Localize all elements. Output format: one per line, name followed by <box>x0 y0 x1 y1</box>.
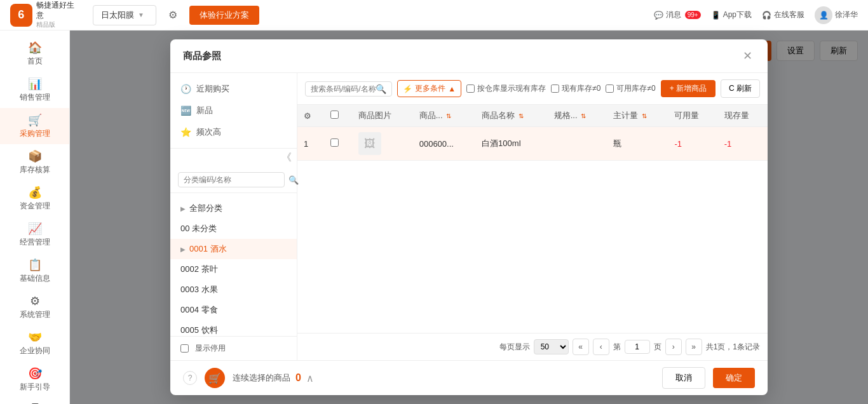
online-service-item[interactable]: 🎧 在线客服 <box>762 10 804 20</box>
help-button[interactable]: ? <box>183 371 197 385</box>
right-toolbar: 🔍 ⚡ 更多条件 ▲ 按仓库显示现有库存 <box>297 73 768 105</box>
table-refresh-button[interactable]: C 刷新 <box>721 79 760 98</box>
th-stock: 现存量 <box>718 105 768 127</box>
footer-collapse-icon[interactable]: ∧ <box>306 372 314 384</box>
collapse-button[interactable]: 《 <box>170 149 297 167</box>
sidebar-item-collab[interactable]: 🤝 企业协同 <box>0 325 69 361</box>
th-unit-label: 主计量 <box>613 111 638 120</box>
sidebar-label-guide: 新手引导 <box>20 382 50 393</box>
modal-close-button[interactable]: ✕ <box>740 48 755 64</box>
sort-unit-icon[interactable]: ⇅ <box>642 112 647 119</box>
gear-icon[interactable]: ⚙ <box>304 111 311 121</box>
nav-item-recent[interactable]: 🕐 近期购买 <box>170 78 297 100</box>
sidebar-item-finance[interactable]: 💰 资金管理 <box>0 180 69 217</box>
th-code-label: 商品... <box>419 111 443 120</box>
tree-item-0002[interactable]: 0002 茶叶 <box>170 259 297 279</box>
pagination: 每页显示 50 10 20 100 « ‹ <box>297 333 768 360</box>
last-page-button[interactable]: » <box>686 339 702 355</box>
warehouse-checkbox[interactable] <box>466 84 475 93</box>
prev-page-button[interactable]: ‹ <box>593 339 609 355</box>
td-unit: 瓶 <box>607 127 668 161</box>
warehouse-label: 按仓库显示现有库存 <box>477 83 546 94</box>
th-available: 可用量 <box>668 105 717 127</box>
user-item[interactable]: 👤 徐泽华 <box>815 6 858 24</box>
continuous-label: 连续选择的商品 <box>233 372 290 384</box>
sidebar-item-purchase[interactable]: 🛒 采购管理 <box>0 108 69 144</box>
logo: 6 畅捷通好生意 精品版 <box>10 1 80 29</box>
add-product-button[interactable]: + 新增商品 <box>661 80 715 97</box>
nav-item-frequent[interactable]: ⭐ 频次高 <box>170 121 297 143</box>
tree-item-0004[interactable]: 0004 零食 <box>170 300 297 320</box>
sidebar-label-home: 首页 <box>27 56 43 67</box>
first-page-button[interactable]: « <box>573 339 589 355</box>
checkbox-stock-nonzero[interactable]: 现有库存≠0 <box>551 83 600 94</box>
sidebar-item-system[interactable]: ⚙ 系统管理 <box>0 289 69 325</box>
tree-item-0001[interactable]: ▶ 0001 酒水 <box>170 239 297 259</box>
th-image: 商品图片 <box>352 105 412 127</box>
trial-button[interactable]: 体验行业方案 <box>189 6 259 25</box>
message-item[interactable]: 💬 消息 99+ <box>654 10 701 20</box>
sort-code-icon[interactable]: ⇅ <box>446 112 451 119</box>
sidebar-item-basic[interactable]: 📋 基础信息 <box>0 253 69 289</box>
tree-item-0005[interactable]: 0005 饮料 <box>170 320 297 336</box>
collapse-icon: 《 <box>281 151 292 165</box>
table-row[interactable]: 1 🖼 <box>297 127 768 161</box>
settings-icon[interactable]: ⚙ <box>163 5 183 25</box>
modal-body: 🕐 近期购买 🆕 新品 ⭐ 频次高 <box>170 73 768 360</box>
td-stock: -1 <box>718 127 768 161</box>
th-spec-label: 规格... <box>554 111 578 120</box>
sidebar-item-home[interactable]: 🏠 首页 <box>0 36 69 72</box>
next-page-icon: › <box>672 342 675 351</box>
stock-nonzero-checkbox[interactable] <box>551 84 559 93</box>
td-name: 白酒100ml <box>475 127 548 161</box>
page-input[interactable] <box>625 340 650 354</box>
last-page-icon: » <box>691 342 696 351</box>
home-icon: 🏠 <box>28 41 42 55</box>
app-download-item[interactable]: 📱 App下载 <box>711 10 752 20</box>
guide-icon: 🎯 <box>28 367 42 380</box>
td-available: -1 <box>668 127 717 161</box>
product-search-input[interactable] <box>311 84 376 93</box>
sort-spec-icon[interactable]: ⇅ <box>581 112 586 119</box>
available-nonzero-checkbox[interactable] <box>606 84 614 93</box>
confirm-button[interactable]: 确定 <box>713 368 755 388</box>
stock-nonzero-label: 现有库存≠0 <box>562 83 600 94</box>
show-disabled-label[interactable]: 显示停用 <box>180 343 226 354</box>
product-search-box: 🔍 <box>305 81 392 97</box>
td-code: 000600... <box>413 127 475 161</box>
nav-right: 💬 消息 99+ 📱 App下载 🎧 在线客服 👤 徐泽华 <box>654 6 858 24</box>
filter-button[interactable]: ⚡ 更多条件 ▲ <box>397 80 461 97</box>
tree-item-0003[interactable]: 0003 水果 <box>170 279 297 300</box>
sidebar-item-operations[interactable]: 📈 经营管理 <box>0 217 69 253</box>
nav-label-recent: 近期购买 <box>196 83 229 95</box>
td-seq: 1 <box>297 127 324 161</box>
nav-item-new[interactable]: 🆕 新品 <box>170 100 297 121</box>
system-icon: ⚙ <box>30 294 40 308</box>
app-download-label: App下载 <box>723 10 752 20</box>
next-page-button[interactable]: › <box>665 339 682 355</box>
logo-icon: 6 <box>10 4 32 27</box>
row-checkbox[interactable] <box>330 138 339 147</box>
sidebar-item-sales[interactable]: 📊 销售管理 <box>0 72 69 108</box>
checkbox-available-nonzero[interactable]: 可用库存≠0 <box>606 83 655 94</box>
cancel-button[interactable]: 取消 <box>662 367 705 389</box>
tree-item-00[interactable]: 00 未分类 <box>170 219 297 239</box>
per-page-select[interactable]: 50 10 20 100 <box>534 339 569 354</box>
checkbox-warehouse[interactable]: 按仓库显示现有库存 <box>466 83 546 94</box>
td-spec <box>548 127 607 161</box>
product-search-icon[interactable]: 🔍 <box>376 84 386 94</box>
select-all-checkbox[interactable] <box>330 111 339 119</box>
tree-item-all[interactable]: ▶ 全部分类 <box>170 198 297 219</box>
th-stock-label: 现存量 <box>724 111 749 120</box>
sort-name-icon[interactable]: ⇅ <box>519 112 524 119</box>
sidebar-item-guide[interactable]: 🎯 新手引导 <box>0 361 69 398</box>
store-selector[interactable]: 日太阳膜 ▼ <box>93 5 156 25</box>
sidebar-item-apps[interactable]: 📱 应用中心 <box>0 398 69 404</box>
sidebar-item-inventory[interactable]: 📦 库存核算 <box>0 144 69 180</box>
category-search-input[interactable] <box>178 172 285 187</box>
sidebar-label-inventory: 库存核算 <box>20 165 50 175</box>
show-disabled-checkbox[interactable] <box>180 344 189 353</box>
th-spec: 规格... ⇅ <box>548 105 607 127</box>
tree-label-0004: 0004 零食 <box>180 304 218 316</box>
tree-arrow-icon: ▶ <box>180 205 186 212</box>
